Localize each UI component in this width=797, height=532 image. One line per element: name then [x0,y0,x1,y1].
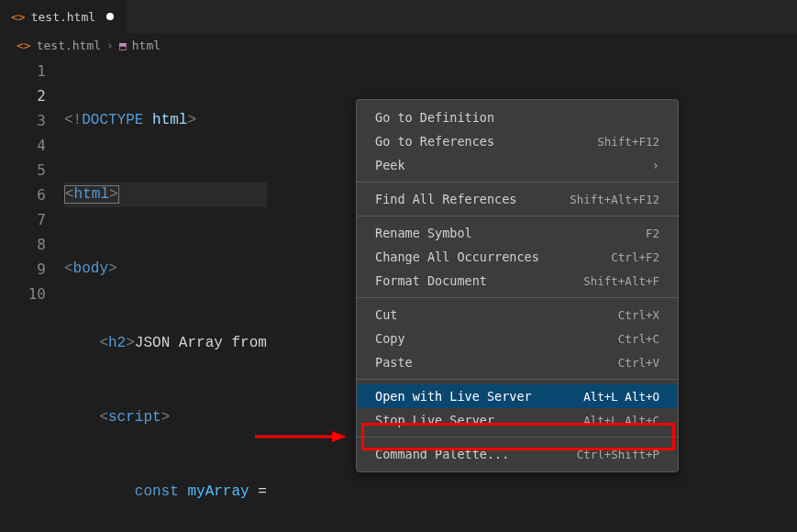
menu-separator [357,297,678,298]
code-line: <script> [64,405,267,430]
line-gutter: 1 2 3 4 5 6 7 8 9 10 [0,57,64,532]
menu-separator [357,216,678,216]
menu-item-change-all-occurrences[interactable]: Change All OccurrencesCtrl+F2 [357,245,678,269]
menu-item-go-to-references[interactable]: Go to ReferencesShift+F12 [357,129,678,153]
context-menu: Go to Definition Go to ReferencesShift+F… [356,99,679,472]
menu-separator [357,379,678,380]
element-icon: ⬒ [119,39,127,52]
menu-item-peek[interactable]: Peek› [357,153,678,177]
menu-item-command-palette[interactable]: Command Palette...Ctrl+Shift+P [357,442,678,466]
breadcrumb-symbol[interactable]: html [132,39,161,52]
menu-item-copy[interactable]: CopyCtrl+C [357,327,678,350]
code-area[interactable]: <!DOCTYPE html> <html> <body> <h2>JSON A… [64,57,267,532]
menu-item-open-live-server[interactable]: Open with Live ServerAlt+L Alt+O [357,384,678,408]
code-line: <h2>JSON Array from [64,331,267,356]
menu-item-rename-symbol[interactable]: Rename SymbolF2 [357,221,678,245]
html-file-icon: <> [17,39,31,52]
chevron-right-icon: › [106,39,114,52]
html-file-icon: <> [11,10,26,24]
menu-separator [357,437,678,438]
menu-item-format-document[interactable]: Format DocumentShift+Alt+F [357,269,678,293]
code-line: const myArray = [64,480,267,504]
chevron-right-icon: › [652,158,659,172]
menu-item-cut[interactable]: CutCtrl+X [357,303,678,327]
tab-filename: test.html [31,10,95,24]
menu-item-stop-live-server[interactable]: Stop Live ServerAlt+L Alt+C [357,408,678,432]
code-line: <!DOCTYPE html> [64,108,267,133]
breadcrumb[interactable]: <> test.html › ⬒ html [0,33,797,57]
breadcrumb-file[interactable]: test.html [37,39,101,52]
code-line: <body> [64,257,267,282]
menu-item-go-to-definition[interactable]: Go to Definition [357,105,678,129]
tab-test-html[interactable]: <> test.html [0,0,126,33]
code-line: <html> [64,183,267,207]
menu-separator [357,182,678,183]
menu-item-find-all-references[interactable]: Find All ReferencesShift+Alt+F12 [357,187,678,211]
menu-item-paste[interactable]: PasteCtrl+V [357,350,678,374]
tab-bar: <> test.html [0,0,797,33]
unsaved-dot-icon [106,13,114,20]
